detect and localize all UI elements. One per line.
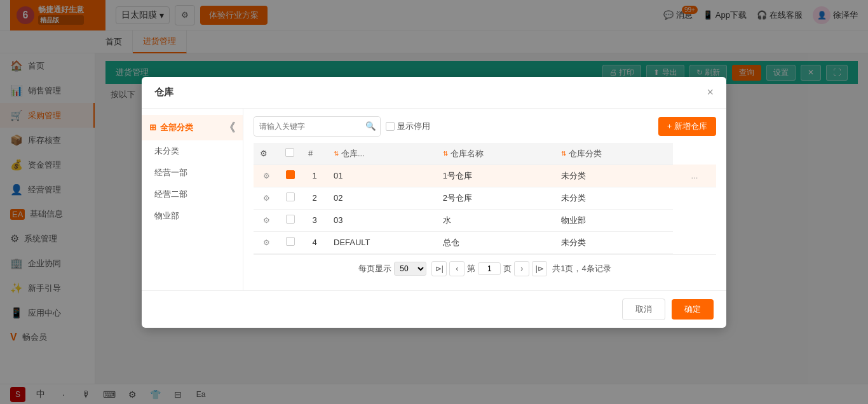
cancel-button[interactable]: 取消 — [622, 299, 665, 320]
col-header-num: # — [302, 143, 327, 165]
warehouse-table: ⚙ # ⇅ 仓库... — [254, 143, 716, 254]
table-row[interactable]: ⚙ 1 01 1号仓库 未分类 ... — [254, 165, 716, 187]
row-code: 01 — [327, 165, 437, 187]
modal-title: 仓库 — [154, 86, 173, 98]
modal-overlay: 仓库 × ⊞ 全部分类 《 未分类 经营一部 经营二部 物业部 — [0, 0, 868, 404]
row-gear: ⚙ — [254, 165, 279, 187]
modal-footer: 取消 确定 — [142, 290, 726, 328]
cat-item-property[interactable]: 物业部 — [142, 205, 243, 227]
select-all-checkbox[interactable] — [285, 148, 294, 157]
col-header-code[interactable]: ⇅ 仓库... — [327, 143, 437, 165]
col-header-check — [279, 143, 302, 165]
search-button[interactable]: 🔍 — [361, 117, 380, 136]
col-header-name[interactable]: ⇅ 仓库名称 — [437, 143, 555, 165]
row-actions[interactable]: ... — [673, 165, 716, 187]
per-page-dropdown[interactable]: 50 10 20 100 — [394, 262, 426, 276]
page-nav: ⊳| ‹ 第 页 › |⊳ — [431, 261, 547, 276]
warehouse-modal: 仓库 × ⊞ 全部分类 《 未分类 经营一部 经营二部 物业部 — [142, 77, 726, 328]
prev-page-button[interactable]: ‹ — [449, 261, 465, 276]
search-input[interactable] — [254, 118, 361, 135]
row-checkbox-cell — [279, 231, 302, 253]
collapse-category-button[interactable]: 《 — [224, 120, 235, 135]
page-number-input[interactable] — [478, 262, 501, 275]
last-page-button[interactable]: |⊳ — [532, 261, 547, 276]
table-toolbar: 🔍 显示停用 + 新增仓库 — [254, 116, 716, 137]
modal-body: ⊞ 全部分类 《 未分类 经营一部 经营二部 物业部 🔍 — [142, 109, 726, 290]
first-page-button[interactable]: ⊳| — [431, 261, 447, 276]
row-code: 02 — [327, 187, 437, 209]
row-num: 1 — [302, 165, 327, 187]
row-num: 3 — [302, 209, 327, 231]
row-num: 2 — [302, 187, 327, 209]
all-category-item[interactable]: ⊞ 全部分类 《 — [142, 115, 243, 140]
total-records: 共1页，4条记录 — [552, 263, 611, 274]
row-category: 未分类 — [555, 165, 673, 187]
table-container: ⚙ # ⇅ 仓库... — [254, 143, 716, 254]
row-checkbox[interactable] — [286, 192, 295, 201]
per-page-select: 每页显示 50 10 20 100 — [358, 262, 426, 276]
sort-icon-name: ⇅ — [443, 150, 448, 157]
add-warehouse-button[interactable]: + 新增仓库 — [658, 117, 716, 136]
sort-icon-category: ⇅ — [561, 150, 566, 157]
row-category: 未分类 — [555, 187, 673, 209]
table-row[interactable]: ⚙ 2 02 2号仓库 未分类 — [254, 187, 716, 209]
row-checkbox-cell — [279, 209, 302, 231]
cat-item-dept1[interactable]: 经营一部 — [142, 162, 243, 184]
row-checkbox[interactable] — [286, 170, 295, 179]
category-panel-inner: ⊞ 全部分类 《 未分类 经营一部 经营二部 物业部 — [142, 115, 243, 284]
table-row[interactable]: ⚙ 3 03 水 物业部 — [254, 209, 716, 231]
category-panel: ⊞ 全部分类 《 未分类 经营一部 经营二部 物业部 — [142, 109, 243, 290]
show-disabled-label[interactable]: 显示停用 — [386, 121, 430, 132]
sort-icon-code: ⇅ — [334, 150, 339, 157]
grid-icon: ⊞ — [149, 123, 156, 132]
confirm-button[interactable]: 确定 — [672, 299, 714, 320]
row-gear: ⚙ — [254, 187, 279, 209]
modal-header: 仓库 × — [142, 77, 726, 109]
row-checkbox[interactable] — [286, 237, 295, 246]
search-box: 🔍 — [254, 116, 381, 137]
row-category: 未分类 — [555, 231, 673, 253]
row-name: 2号仓库 — [437, 187, 555, 209]
row-name: 总仓 — [437, 231, 555, 253]
row-category: 物业部 — [555, 209, 673, 231]
col-header-category[interactable]: ⇅ 仓库分类 — [555, 143, 673, 165]
row-checkbox-cell — [279, 187, 302, 209]
next-page-button[interactable]: › — [514, 261, 529, 276]
row-checkbox[interactable] — [286, 215, 295, 224]
row-checkbox-cell — [279, 165, 302, 187]
show-disabled-checkbox[interactable] — [386, 122, 395, 131]
cat-item-unclassified[interactable]: 未分类 — [142, 140, 243, 162]
modal-close-button[interactable]: × — [707, 86, 714, 99]
row-name: 水 — [437, 209, 555, 231]
row-gear: ⚙ — [254, 209, 279, 231]
pagination: 每页显示 50 10 20 100 ⊳| ‹ 第 页 — [254, 254, 716, 283]
col-header-gear: ⚙ — [254, 143, 279, 165]
row-code: 03 — [327, 209, 437, 231]
table-row[interactable]: ⚙ 4 DEFAULT 总仓 未分类 — [254, 231, 716, 253]
cat-item-dept2[interactable]: 经营二部 — [142, 184, 243, 205]
row-num: 4 — [302, 231, 327, 253]
row-name: 1号仓库 — [437, 165, 555, 187]
row-code: DEFAULT — [327, 231, 437, 253]
row-gear: ⚙ — [254, 231, 279, 253]
table-panel: 🔍 显示停用 + 新增仓库 ⚙ — [243, 109, 726, 290]
